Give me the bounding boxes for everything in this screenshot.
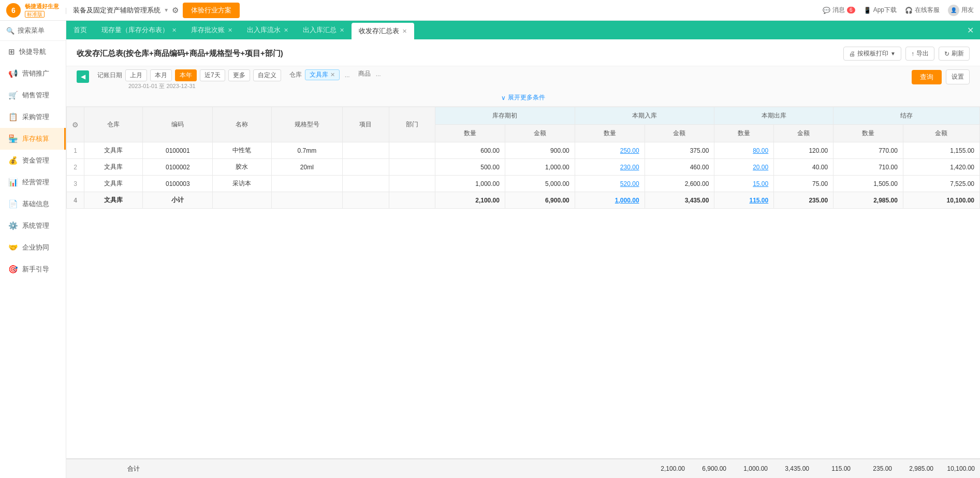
th-in-qty: 数量 <box>575 125 645 142</box>
date-btn-last-month[interactable]: 上月 <box>125 69 147 81</box>
table-row: 3 文具库 0100003 采访本 1,000.00 5,000.00 520.… <box>67 176 980 192</box>
warehouse-label: 仓库 <box>289 70 302 79</box>
total-label: 合计 <box>77 465 191 473</box>
sidebar-item-marketing[interactable]: 📢 营销推广 <box>0 63 66 84</box>
sidebar-item-operations[interactable]: 📊 经营管理 <box>0 171 66 193</box>
tab-batch-close[interactable]: ✕ <box>228 27 232 34</box>
date-btn-custom[interactable]: 自定义 <box>253 69 281 81</box>
row-2-warehouse: 文具库 <box>84 159 143 176</box>
user-action[interactable]: 👤 用友 <box>948 5 974 16</box>
quick-nav-icon: ⊞ <box>8 47 15 56</box>
th-balance-qty: 数量 <box>833 125 903 142</box>
row-3-balance-amt: 7,525.00 <box>903 176 979 192</box>
th-code: 编码 <box>143 107 213 142</box>
message-action[interactable]: 💬 消息 6 <box>823 6 855 15</box>
subtotal-out-qty[interactable]: 115.00 <box>714 192 774 209</box>
expand-button[interactable]: ∨ 展开更多条件 <box>501 93 545 102</box>
filter-toggle[interactable]: ◀ <box>77 70 89 83</box>
date-btn-this-year[interactable]: 本年 <box>175 69 197 81</box>
sidebar-item-guide[interactable]: 🎯 新手引导 <box>0 258 66 280</box>
date-label: 记账日期 <box>97 71 122 80</box>
subtotal-empty2 <box>271 192 342 209</box>
finance-icon: 💰 <box>8 156 18 165</box>
phone-icon: 📱 <box>864 7 871 14</box>
warehouse-tag: 文具库 ✕ <box>305 69 340 80</box>
subtotal-opening-qty: 2,100.00 <box>435 192 505 209</box>
tab-collection[interactable]: 收发存汇总表 ✕ <box>352 23 414 39</box>
sidebar-item-inventory[interactable]: 🏪 库存核算 <box>0 128 66 150</box>
row-1-in-qty[interactable]: 250.00 <box>575 142 645 159</box>
tab-stock-close[interactable]: ✕ <box>172 27 177 34</box>
date-btn-more[interactable]: 更多 <box>228 69 250 81</box>
query-button[interactable]: 查询 <box>912 70 942 84</box>
row-1-balance-qty: 770.00 <box>833 142 903 159</box>
data-table: ⚙ 仓库 编码 名称 规格型号 项目 部门 库存期初 本期入库 本期出库 <box>66 107 980 209</box>
app-tagline: 畅捷通好生意 <box>25 3 59 10</box>
row-3-in-qty[interactable]: 520.00 <box>575 176 645 192</box>
top-bar: 6 畅捷通好生意 标准版 | 装备及固定资产辅助管理系统 ▼ ⚙ 体验行业方案 … <box>0 0 980 21</box>
footer-total-row: 合计 2,100.00 6,900.00 1,000.00 3,435.00 1… <box>66 458 980 478</box>
row-1-in-amt: 375.00 <box>645 142 714 159</box>
th-in: 本期入库 <box>575 107 714 125</box>
row-2-in-qty[interactable]: 230.00 <box>575 159 645 176</box>
subtotal-in-qty[interactable]: 1,000.00 <box>575 192 645 209</box>
tab-flow[interactable]: 出入库流水 ✕ <box>240 21 296 39</box>
filter-settings-button[interactable]: 设置 <box>946 69 970 84</box>
total-balance-amt: 10,100.00 <box>939 465 980 472</box>
tab-flow-close[interactable]: ✕ <box>284 27 288 34</box>
close-all-tabs[interactable]: ✕ <box>961 25 980 35</box>
chevron-down-icon: ∨ <box>501 94 506 102</box>
sidebar-item-system[interactable]: ⚙️ 系统管理 <box>0 215 66 237</box>
sidebar-item-quick-nav[interactable]: ⊞ 快捷导航 <box>0 41 66 63</box>
subtotal-empty3 <box>343 192 389 209</box>
main-layout: 🔍 搜索菜单 ⊞ 快捷导航 📢 营销推广 🛒 销售管理 📋 采购管理 🏪 <box>0 21 980 478</box>
gear-icon[interactable]: ⚙ <box>172 6 179 15</box>
total-in-qty: 1,000.00 <box>732 465 773 472</box>
tab-home[interactable]: 首页 <box>66 21 94 39</box>
tab-summary-close[interactable]: ✕ <box>340 27 344 34</box>
row-1-opening-qty: 600.00 <box>435 142 505 159</box>
row-2-spec: 20ml <box>271 159 342 176</box>
tab-stock[interactable]: 现存量（库存分布表） ✕ <box>94 21 184 39</box>
remove-warehouse-tag[interactable]: ✕ <box>330 71 335 78</box>
sidebar-item-finance[interactable]: 💰 资金管理 <box>0 150 66 171</box>
tab-bar: 首页 现存量（库存分布表） ✕ 库存批次账 ✕ 出入库流水 ✕ 出入库汇总 ✕ <box>66 21 980 39</box>
export-button[interactable]: ↑ 导出 <box>905 47 934 61</box>
row-3-out-amt: 75.00 <box>774 176 833 192</box>
settings-icon: ⚙ <box>72 121 79 129</box>
sidebar-item-cooperation[interactable]: 🤝 企业协同 <box>0 237 66 258</box>
try-button[interactable]: 体验行业方案 <box>183 3 240 18</box>
row-3-out-qty[interactable]: 15.00 <box>714 176 774 192</box>
app-info: 畅捷通好生意 标准版 <box>25 3 59 18</box>
tab-batch[interactable]: 库存批次账 ✕ <box>184 21 240 39</box>
date-btn-7days[interactable]: 近7天 <box>200 69 225 81</box>
refresh-button[interactable]: ↻ 刷新 <box>939 47 970 61</box>
sidebar-search[interactable]: 🔍 搜索菜单 <box>0 21 66 41</box>
search-icon: 🔍 <box>6 27 14 35</box>
th-opening-qty: 数量 <box>435 125 505 142</box>
sidebar-item-sales[interactable]: 🛒 销售管理 <box>0 84 66 106</box>
th-balance-amt: 金额 <box>903 125 979 142</box>
guide-icon: 🎯 <box>8 265 18 274</box>
goods-more[interactable]: ... <box>376 70 381 78</box>
row-1-out-qty[interactable]: 80.00 <box>714 142 774 159</box>
warehouse-more[interactable]: ... <box>345 71 350 79</box>
sidebar-item-basic[interactable]: 📄 基础信息 <box>0 193 66 215</box>
online-service-action[interactable]: 🎧 在线客服 <box>905 6 940 15</box>
print-button[interactable]: 🖨 按模板打印 ▼ <box>843 47 901 61</box>
sidebar-item-purchase[interactable]: 📋 采购管理 <box>0 106 66 128</box>
tab-collection-close[interactable]: ✕ <box>402 28 407 35</box>
expand-row: ∨ 展开更多条件 <box>77 93 970 102</box>
row-1-balance-amt: 1,155.00 <box>903 142 979 159</box>
row-1-no: 1 <box>67 142 84 159</box>
col-settings-header[interactable]: ⚙ <box>67 107 84 142</box>
subtotal-out-amt: 235.00 <box>774 192 833 209</box>
row-2-out-qty[interactable]: 20.00 <box>714 159 774 176</box>
row-3-balance-qty: 1,505.00 <box>833 176 903 192</box>
page-title: 收发存汇总表(按仓库+商品编码+商品+规格型号+项目+部门) <box>77 49 283 59</box>
app-download-action[interactable]: 📱 App下载 <box>864 6 897 15</box>
tab-summary[interactable]: 出入库汇总 ✕ <box>296 21 352 39</box>
subtotal-opening-amt: 6,900.00 <box>505 192 575 209</box>
chevron-down-icon: ▼ <box>890 51 896 56</box>
date-btn-this-month[interactable]: 本月 <box>150 69 172 81</box>
